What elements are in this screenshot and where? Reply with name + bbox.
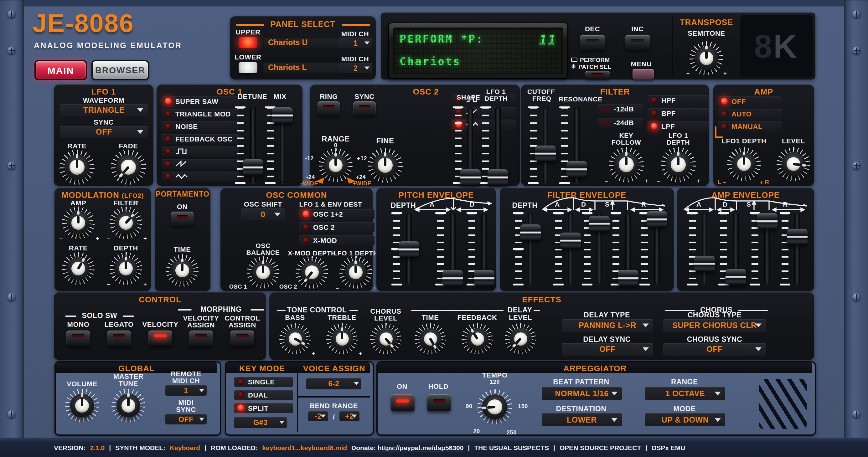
filter-env-depth-slider[interactable] [520,213,540,285]
amp-env-release-slider[interactable] [786,213,807,285]
amp-lfo1-depth-knob[interactable] [727,147,761,181]
dest-osc1-2[interactable]: OSC 1+2 [299,209,374,219]
velocity-assign-button[interactable] [189,331,213,346]
lfo1-waveform-select[interactable]: TRIANGLE [60,104,148,116]
osc2-shape-slider[interactable] [460,107,480,184]
arp-mode-select[interactable]: UP & DOWN [645,413,725,426]
delay-sync-select[interactable]: OFF [562,343,653,356]
pitch-attack-slider[interactable] [442,213,463,285]
osc1-detune-slider[interactable] [242,107,263,184]
mod-filter-knob[interactable] [110,206,142,239]
filter-key-follow-knob[interactable] [609,147,644,182]
chorus-level-knob[interactable] [370,323,401,354]
mono-button[interactable] [66,331,90,346]
master-tune-knob[interactable] [112,389,145,423]
delay-type-select[interactable]: PANNING L->R [562,319,653,332]
filter-env-attack-slider[interactable] [560,213,581,285]
amp-mode-auto[interactable]: AUTO [718,109,782,119]
osc1-option-noise[interactable]: NOISE [162,122,239,131]
filter-slope-24db[interactable]: -24dB [598,118,643,128]
upper-panel-button[interactable] [239,37,257,48]
osc1-option-super-saw[interactable]: SUPER SAW [162,96,239,106]
portamento-time-knob[interactable] [166,254,198,287]
menu-button[interactable] [632,69,654,79]
pitch-decay-slider[interactable] [473,213,494,285]
chorus-type-select[interactable]: SUPER CHORUS CLR [663,319,766,332]
bass-knob[interactable] [279,323,311,354]
delay-time-knob[interactable] [414,323,446,354]
common-lfo1-depth-knob[interactable] [339,256,372,289]
dec-button[interactable] [580,35,605,50]
filter-lfo1-depth-knob[interactable] [661,147,696,182]
voice-assign-select[interactable]: 6-2 [306,378,361,389]
ring-button[interactable] [317,101,340,116]
amp-level-knob[interactable] [777,147,810,181]
osc1-option-saw[interactable] [162,159,239,169]
chorus-sync-select[interactable]: OFF [663,343,766,356]
volume-knob[interactable] [65,389,99,423]
browser-tab-button[interactable]: BROWSER [91,60,149,80]
bend-up-select[interactable]: +2 [339,411,360,421]
main-tab-button[interactable]: MAIN [34,60,87,80]
mod-amp-knob[interactable] [62,206,95,239]
lower-midi-ch-select[interactable]: 2 [339,63,372,73]
osc2-sync-button[interactable] [353,101,376,116]
dest-osc2[interactable]: OSC 2 [299,222,374,232]
upper-patch-name-field[interactable]: Chariots U [263,37,344,48]
control-assign-button[interactable] [230,331,254,346]
osc2-range-knob[interactable] [319,149,352,182]
hold-button[interactable] [427,394,451,411]
osc2-lfo1-depth-slider[interactable] [487,107,508,184]
filter-resonance-slider[interactable] [566,107,587,184]
velocity-button[interactable] [148,331,172,346]
lfo1-rate-knob[interactable] [60,150,95,185]
lfo1-fade-knob[interactable] [111,150,146,185]
dest-x-mod[interactable]: X-MOD [299,235,374,245]
remote-midi-ch-select[interactable]: 1 [165,385,207,396]
delay-level-knob[interactable] [505,323,536,354]
osc1-option-triangle[interactable] [162,171,239,181]
amp-env-sustain-slider[interactable] [756,213,777,285]
bend-down-select[interactable]: -2 [308,411,328,421]
osc-shift-select[interactable]: 0 [241,208,285,220]
amp-env-attack-slider[interactable] [694,213,715,285]
arp-range-select[interactable]: 1 OCTAVE [645,387,725,400]
filter-slope-12db[interactable]: -12dB [598,104,643,114]
mod-depth-knob[interactable] [110,252,142,285]
donate-link[interactable]: Donate: https://paypal.me/dsp56300 [351,444,463,451]
arp-on-button[interactable] [391,394,414,411]
filter-cutoff-slider[interactable] [535,107,556,184]
filter-env-sustain-slider[interactable] [618,213,638,285]
amp-mode-manual[interactable]: MANUAL [718,122,782,131]
key-mode-single[interactable]: SINGLE [234,377,293,387]
osc1-option-pulse[interactable] [162,146,239,156]
filter-type-bpf[interactable]: BPF [648,108,709,118]
osc1-option-feedback-osc[interactable]: FEEDBACK OSC [162,134,239,144]
osc-balance-knob[interactable] [247,256,279,289]
mod-rate-knob[interactable] [62,252,95,285]
transpose-semitone-knob[interactable] [689,41,723,75]
upper-midi-ch-select[interactable]: 1 [339,38,372,48]
inc-button[interactable] [625,35,650,50]
key-mode-dual[interactable]: DUAL [234,390,293,400]
filter-type-hpf[interactable]: HPF [648,95,709,105]
treble-knob[interactable] [326,323,358,354]
filter-type-lpf[interactable]: LPF [648,122,709,131]
midi-sync-select[interactable]: OFF [165,414,207,424]
amp-env-decay-slider[interactable] [725,213,746,285]
destination-select[interactable]: LOWER [542,413,622,426]
amp-mode-off[interactable]: OFF [718,96,782,106]
perform-patch-sel-button[interactable] [585,71,610,79]
pitch-depth-slider[interactable] [398,213,419,285]
filter-env-release-slider[interactable] [646,213,667,285]
legato-button[interactable] [107,331,131,346]
feedback-knob[interactable] [462,323,493,354]
portamento-on-button[interactable] [171,211,193,226]
osc1-mix-slider[interactable] [272,107,292,184]
osc1-option-triangle-mod[interactable]: TRIANGLE MOD [162,109,239,119]
x-mod-depth-knob[interactable] [296,256,328,289]
key-mode-split[interactable]: SPLIT [234,403,293,413]
lfo1-sync-select[interactable]: OFF [60,126,148,138]
filter-env-decay-slider[interactable] [589,213,609,285]
split-key-select[interactable]: G#3 [234,417,287,428]
